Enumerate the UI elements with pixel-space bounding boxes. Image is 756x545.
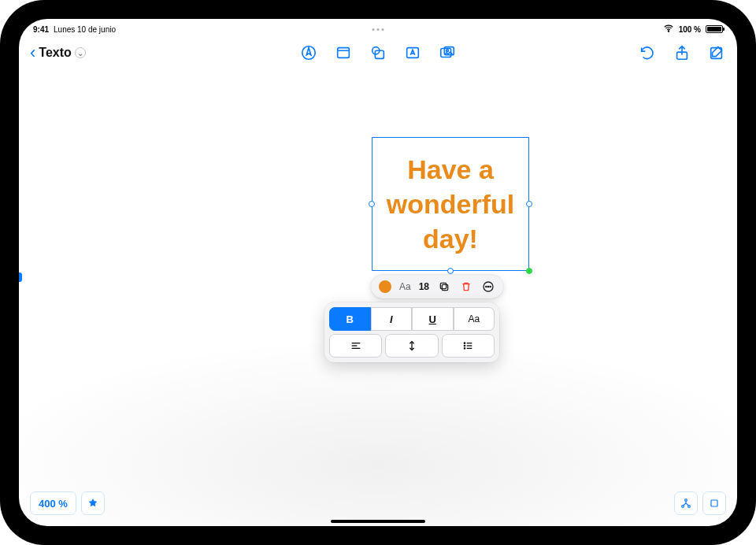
share-icon[interactable]: [673, 43, 691, 62]
italic-toggle[interactable]: I: [371, 307, 413, 331]
font-picker-button[interactable]: Aa: [399, 281, 411, 292]
nodes-icon[interactable]: [674, 491, 698, 515]
bold-toggle[interactable]: B: [329, 307, 371, 331]
undo-icon[interactable]: [638, 43, 657, 62]
ipad-frame: 9:41 Lunes 10 de junio 100 % ‹ Texto ⌄: [0, 0, 756, 545]
text-icon[interactable]: [403, 43, 422, 62]
svg-point-9: [447, 50, 449, 52]
more-icon[interactable]: [481, 280, 495, 294]
canvas[interactable]: Have a wonderful day! Aa 18 B I: [19, 66, 737, 526]
svg-point-15: [486, 286, 487, 287]
svg-rect-12: [442, 284, 447, 290]
resize-handle-right[interactable]: [526, 201, 532, 207]
back-button[interactable]: ‹: [30, 44, 35, 61]
document-title-button[interactable]: Texto ⌄: [39, 46, 85, 60]
svg-point-16: [487, 286, 488, 287]
svg-rect-2: [338, 48, 350, 58]
text-format-panel: B I U Aa: [324, 302, 499, 362]
battery-icon: [706, 25, 723, 33]
rotate-handle[interactable]: [526, 268, 532, 274]
media-icon[interactable]: [438, 43, 457, 62]
underline-toggle[interactable]: U: [412, 307, 454, 331]
svg-point-24: [465, 348, 465, 349]
svg-rect-13: [440, 283, 446, 288]
resize-handle-bottom[interactable]: [447, 268, 454, 274]
text-quick-toolbar: Aa 18: [371, 275, 503, 298]
compose-icon[interactable]: [707, 43, 726, 62]
svg-point-17: [490, 286, 491, 287]
text-color-swatch[interactable]: [379, 280, 391, 293]
toolbar: ‹ Texto ⌄: [19, 38, 737, 68]
text-content[interactable]: Have a wonderful day!: [372, 152, 528, 257]
shapes-icon[interactable]: [369, 43, 387, 62]
multitask-dots[interactable]: [372, 28, 384, 31]
svg-point-29: [682, 506, 684, 508]
font-size-button[interactable]: 18: [419, 281, 429, 292]
duplicate-icon[interactable]: [437, 280, 451, 294]
note-icon[interactable]: [334, 43, 353, 62]
svg-point-28: [685, 499, 687, 502]
text-box-selected[interactable]: Have a wonderful day!: [372, 137, 529, 271]
align-middle-icon[interactable]: [385, 334, 438, 358]
chevron-down-icon: ⌄: [75, 47, 86, 58]
svg-point-22: [465, 343, 465, 343]
frame-icon[interactable]: [702, 491, 726, 515]
home-indicator[interactable]: [331, 520, 425, 523]
list-icon[interactable]: [442, 334, 495, 358]
pen-tool-icon[interactable]: [299, 43, 318, 62]
screen: 9:41 Lunes 10 de junio 100 % ‹ Texto ⌄: [19, 19, 737, 526]
favorites-icon[interactable]: [81, 491, 105, 515]
wifi-icon: [663, 23, 674, 35]
svg-rect-31: [711, 500, 717, 506]
zoom-level-button[interactable]: 400 %: [30, 491, 76, 515]
battery-percent: 100 %: [679, 25, 701, 34]
status-date: Lunes 10 de junio: [54, 25, 116, 34]
status-time: 9:41: [33, 25, 49, 34]
text-style-button[interactable]: Aa: [454, 307, 495, 331]
svg-point-30: [688, 506, 691, 508]
resize-handle-left[interactable]: [369, 201, 375, 207]
status-bar: 9:41 Lunes 10 de junio 100 %: [19, 22, 737, 36]
svg-point-23: [465, 345, 465, 346]
svg-point-0: [668, 31, 669, 32]
document-title: Texto: [39, 46, 71, 60]
align-left-icon[interactable]: [329, 334, 382, 358]
delete-icon[interactable]: [459, 280, 473, 294]
